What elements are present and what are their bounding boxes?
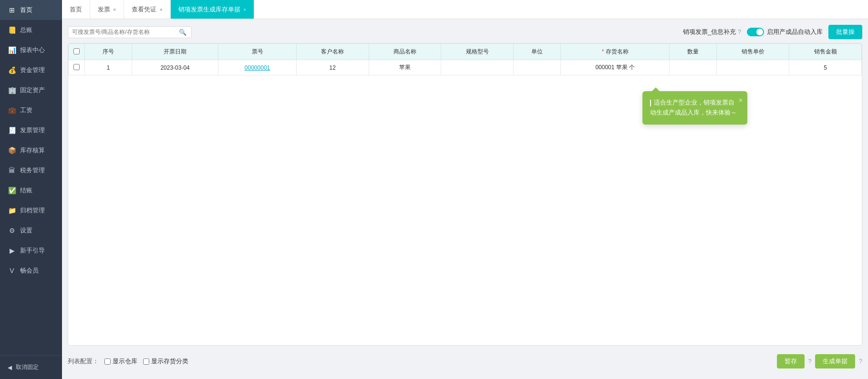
tab-voucher-label: 查看凭证 — [132, 5, 156, 14]
close-invoice-tab[interactable]: × — [113, 7, 116, 12]
sidebar-item-inventory[interactable]: 📦 库存核算 — [0, 140, 62, 160]
header-customer: 客户名称 — [296, 44, 369, 60]
tooltip-cursor — [650, 100, 651, 106]
header-date: 开票日期 — [132, 44, 218, 60]
toolbar: 🔍 销项发票_信息补充 ? 启用产成品自动入库 批量操 — [68, 25, 862, 39]
batch-btn[interactable]: 批量操 — [828, 25, 862, 39]
sidebar-item-reports[interactable]: 📊 报表中心 — [0, 40, 62, 60]
header-amount: 销售金额 — [789, 44, 862, 60]
pin-item[interactable]: ◀ 取消固定 — [0, 359, 62, 375]
show-category-option[interactable]: 显示存货分类 — [143, 357, 188, 366]
sidebar-item-vip[interactable]: V 畅会员 — [0, 261, 62, 281]
sidebar-item-assets[interactable]: 🏢 固定资产 — [0, 80, 62, 100]
toolbar-right: 销项发票_信息补充 ? 启用产成品自动入库 批量操 — [683, 25, 862, 39]
row-checkbox[interactable] — [73, 64, 80, 70]
close-sales-tab[interactable]: × — [243, 7, 246, 12]
tax-icon: 🏛 — [8, 167, 16, 174]
sidebar-item-home[interactable]: ⊞ 首页 — [0, 0, 62, 20]
inventory-icon: 📦 — [8, 147, 16, 154]
sidebar-item-label: 设置 — [20, 226, 32, 235]
generate-help-icon[interactable]: ? — [859, 358, 862, 365]
bottom-actions: 暂存 ? 生成单据 ? — [777, 354, 862, 368]
tab-sales-label: 销项发票生成库存单据 — [178, 5, 240, 14]
sidebar-item-label: 库存核算 — [20, 146, 45, 155]
row-amount: 5 — [789, 60, 862, 75]
row-checkbox-cell — [69, 60, 85, 75]
row-unit — [514, 60, 561, 75]
sidebar-item-ledger[interactable]: 📒 总账 — [0, 20, 62, 40]
ledger-icon: 📒 — [8, 26, 16, 34]
sidebar: ⊞ 首页 📒 总账 📊 报表中心 💰 资金管理 🏢 固定资产 💼 工资 🧾 发票… — [0, 0, 62, 379]
list-config-label: 列表配置： — [68, 357, 99, 366]
tooltip-close-btn[interactable]: × — [739, 95, 743, 105]
sidebar-bottom: ◀ 取消固定 — [0, 355, 62, 379]
toggle-container: 启用产成品自动入库 — [747, 28, 823, 36]
vip-icon: V — [8, 267, 16, 274]
header-unit-price: 销售单价 — [717, 44, 789, 60]
page-info-label: 销项发票_信息补充 ? — [683, 28, 741, 36]
archive-icon: 📁 — [8, 207, 16, 214]
sidebar-item-label: 资金管理 — [20, 66, 45, 74]
sidebar-item-tax[interactable]: 🏛 税务管理 — [0, 160, 62, 180]
search-box[interactable]: 🔍 — [68, 26, 192, 38]
sidebar-item-settle[interactable]: ✅ 结账 — [0, 180, 62, 200]
tab-invoice[interactable]: 发票 × — [90, 0, 124, 19]
sidebar-item-label: 总账 — [20, 26, 32, 34]
sidebar-item-label: 报表中心 — [20, 46, 45, 54]
home-icon: ⊞ — [8, 6, 16, 14]
table-row: 1 2023-03-04 00000001 12 苹果 000001 苹果 个 … — [69, 60, 862, 75]
tab-invoice-label: 发票 — [98, 5, 110, 14]
tab-home[interactable]: 首页 — [62, 0, 90, 19]
tab-home-label: 首页 — [70, 5, 82, 14]
auto-warehouse-toggle[interactable] — [747, 28, 764, 36]
close-voucher-tab[interactable]: × — [159, 7, 162, 12]
data-table: 序号 开票日期 票号 客户名称 商品名称 规格型号 单位 * 存货名称 数量 销… — [68, 43, 862, 75]
show-warehouse-checkbox[interactable] — [104, 358, 111, 365]
header-product: 商品名称 — [369, 44, 441, 60]
info-help-icon[interactable]: ? — [738, 29, 741, 35]
generate-btn[interactable]: 生成单据 — [815, 354, 855, 368]
assets-icon: 🏢 — [8, 86, 16, 94]
sidebar-item-label: 发票管理 — [20, 126, 45, 135]
pin-label: 取消固定 — [16, 363, 39, 371]
sidebar-item-label: 税务管理 — [20, 166, 45, 175]
row-model — [441, 60, 514, 75]
row-qty — [670, 60, 717, 75]
sidebar-item-archive[interactable]: 📁 归档管理 — [0, 200, 62, 221]
row-stock-name: 000001 苹果 个 — [561, 60, 670, 75]
bottom-bar: 列表配置： 显示仓库 显示存货分类 暂存 ? 生成单据 ? — [68, 349, 862, 373]
header-seq: 序号 — [85, 44, 132, 60]
sidebar-item-label: 畅会员 — [20, 266, 39, 275]
show-category-label: 显示存货分类 — [151, 357, 188, 366]
reports-icon: 📊 — [8, 46, 16, 54]
sidebar-item-invoice-mgmt[interactable]: 🧾 发票管理 — [0, 120, 62, 140]
sidebar-item-label: 结账 — [20, 186, 32, 195]
sidebar-item-payroll[interactable]: 💼 工资 — [0, 100, 62, 120]
search-icon: 🔍 — [179, 29, 186, 36]
show-category-checkbox[interactable] — [143, 358, 149, 365]
tab-sales[interactable]: 销项发票生成库存单据 × — [171, 0, 254, 19]
content-area: 🔍 销项发票_信息补充 ? 启用产成品自动入库 批量操 — [62, 19, 868, 379]
payroll-icon: 💼 — [8, 106, 16, 114]
tab-voucher[interactable]: 查看凭证 × — [124, 0, 170, 19]
sidebar-item-guide[interactable]: ▶ 新手引导 — [0, 241, 62, 261]
header-invoice-no: 票号 — [218, 44, 297, 60]
sidebar-item-label: 新手引导 — [20, 246, 45, 255]
row-product: 苹果 — [369, 60, 441, 75]
show-warehouse-option[interactable]: 显示仓库 — [104, 357, 137, 366]
sidebar-item-settings[interactable]: ⚙ 设置 — [0, 221, 62, 241]
header-unit: 单位 — [514, 44, 561, 60]
sidebar-item-label: 固定资产 — [20, 86, 45, 95]
header-checkbox-cell — [69, 44, 85, 60]
row-unit-price — [717, 60, 789, 75]
row-invoice-no[interactable]: 00000001 — [218, 60, 297, 75]
save-btn[interactable]: 暂存 — [777, 354, 805, 368]
search-input[interactable] — [72, 29, 177, 35]
select-all-checkbox[interactable] — [73, 48, 80, 54]
sidebar-item-funds[interactable]: 💰 资金管理 — [0, 60, 62, 80]
settings-icon: ⚙ — [8, 227, 16, 234]
save-help-icon[interactable]: ? — [808, 358, 812, 365]
settle-icon: ✅ — [8, 187, 16, 194]
funds-icon: 💰 — [8, 66, 16, 74]
invoice-icon: 🧾 — [8, 126, 16, 134]
